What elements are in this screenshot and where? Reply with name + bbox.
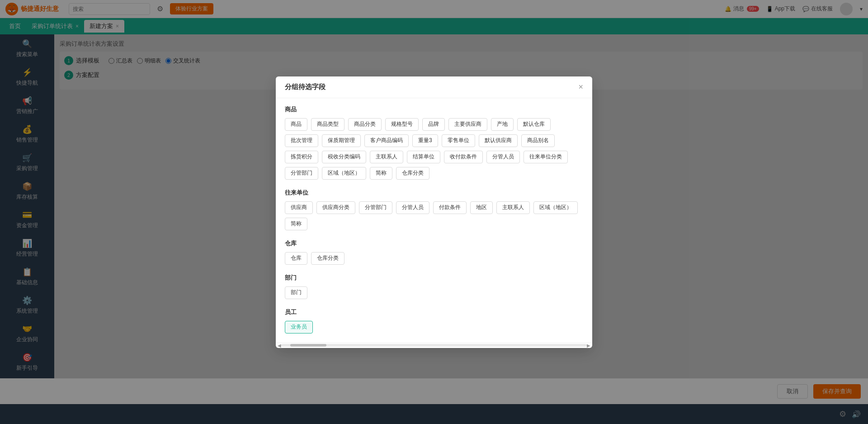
field-tag-goods-short-name[interactable]: 简称 xyxy=(370,167,392,180)
field-tag-partner-contact[interactable]: 主联系人 xyxy=(496,201,530,214)
field-tag-partner-short-name[interactable]: 简称 xyxy=(285,218,307,230)
modal-close-button[interactable]: × xyxy=(578,83,583,91)
field-tags-warehouse: 仓库仓库分类 xyxy=(285,252,583,265)
modal-body[interactable]: 商品商品商品类型商品分类规格型号品牌主要供应商产地默认仓库批次管理保质期管理客户… xyxy=(276,98,592,343)
field-tag-goods-settle-unit[interactable]: 结算单位 xyxy=(407,151,440,163)
field-tags-employee: 业务员 xyxy=(285,321,583,333)
scroll-thumb xyxy=(290,344,326,347)
field-selection-modal: 分组待选字段 × 商品商品商品类型商品分类规格型号品牌主要供应商产地默认仓库批次… xyxy=(276,76,592,348)
field-tag-emp-salesperson[interactable]: 业务员 xyxy=(285,321,313,333)
field-tag-goods-default-warehouse[interactable]: 默认仓库 xyxy=(517,118,551,131)
field-tag-goods-manager[interactable]: 分管人员 xyxy=(486,151,520,163)
field-tag-goods-unit-category[interactable]: 往来单位分类 xyxy=(524,151,568,163)
section-title-goods: 商品 xyxy=(285,105,583,114)
field-tag-warehouse-category[interactable]: 仓库分类 xyxy=(311,252,344,265)
section-partner: 往来单位供应商供应商分类分管部门分管人员付款条件地区主联系人区域（地区）简称 xyxy=(285,189,583,230)
field-tag-goods-spec[interactable]: 规格型号 xyxy=(385,118,419,131)
section-title-employee: 员工 xyxy=(285,308,583,316)
section-warehouse: 仓库仓库仓库分类 xyxy=(285,239,583,265)
field-tag-goods-weight[interactable]: 重量3 xyxy=(412,134,438,147)
scroll-left-arrow[interactable]: ◀ xyxy=(278,343,281,348)
modal-title: 分组待选字段 xyxy=(285,83,326,91)
field-tag-goods-type[interactable]: 商品类型 xyxy=(311,118,344,131)
field-tag-goods-pick-score[interactable]: 拣货积分 xyxy=(285,151,318,163)
field-tag-partner-payment[interactable]: 付款条件 xyxy=(433,201,467,214)
field-tag-goods-dept[interactable]: 分管部门 xyxy=(285,167,318,180)
field-tag-goods-name[interactable]: 商品 xyxy=(285,118,307,131)
field-tag-goods-retail-unit[interactable]: 零售单位 xyxy=(442,134,475,147)
scroll-right-arrow[interactable]: ▶ xyxy=(587,343,590,348)
modal-overlay: 分组待选字段 × 商品商品商品类型商品分类规格型号品牌主要供应商产地默认仓库批次… xyxy=(0,0,868,424)
field-tag-partner-supplier-category[interactable]: 供应商分类 xyxy=(316,201,355,214)
field-tag-partner-manager[interactable]: 分管人员 xyxy=(396,201,429,214)
field-tag-goods-contact[interactable]: 主联系人 xyxy=(370,151,403,163)
field-tag-goods-batch[interactable]: 批次管理 xyxy=(285,134,318,147)
horizontal-scrollbar[interactable]: ◀ ▶ xyxy=(276,343,592,348)
field-tag-goods-category[interactable]: 商品分类 xyxy=(348,118,382,131)
field-tag-dept-name[interactable]: 部门 xyxy=(285,286,307,299)
section-goods: 商品商品商品类型商品分类规格型号品牌主要供应商产地默认仓库批次管理保质期管理客户… xyxy=(285,105,583,180)
section-department: 部门部门 xyxy=(285,274,583,299)
field-tag-partner-area[interactable]: 区域（地区） xyxy=(533,201,578,214)
scroll-track xyxy=(281,344,587,347)
modal-header: 分组待选字段 × xyxy=(276,76,592,98)
field-tag-goods-customer-code[interactable]: 客户商品编码 xyxy=(364,134,409,147)
field-tag-goods-brand[interactable]: 品牌 xyxy=(422,118,445,131)
field-tag-partner-dept[interactable]: 分管部门 xyxy=(359,201,392,214)
field-tag-goods-warehouse-category[interactable]: 仓库分类 xyxy=(396,167,429,180)
field-tag-goods-tax-code[interactable]: 税收分类编码 xyxy=(322,151,366,163)
field-tag-warehouse-name[interactable]: 仓库 xyxy=(285,252,307,265)
field-tags-department: 部门 xyxy=(285,286,583,299)
field-tag-goods-region[interactable]: 区域（地区） xyxy=(322,167,366,180)
field-tag-goods-expiry[interactable]: 保质期管理 xyxy=(322,134,361,147)
field-tag-goods-origin[interactable]: 产地 xyxy=(491,118,514,131)
field-tag-partner-supplier[interactable]: 供应商 xyxy=(285,201,313,214)
section-title-warehouse: 仓库 xyxy=(285,239,583,248)
field-tags-goods: 商品商品类型商品分类规格型号品牌主要供应商产地默认仓库批次管理保质期管理客户商品… xyxy=(285,118,583,180)
section-title-partner: 往来单位 xyxy=(285,189,583,197)
field-tag-goods-default-supplier[interactable]: 默认供应商 xyxy=(479,134,518,147)
field-tag-goods-alias[interactable]: 商品别名 xyxy=(521,134,555,147)
field-tag-partner-region[interactable]: 地区 xyxy=(470,201,493,214)
field-tag-goods-supplier[interactable]: 主要供应商 xyxy=(448,118,487,131)
field-tag-goods-payment[interactable]: 收付款条件 xyxy=(444,151,483,163)
section-title-department: 部门 xyxy=(285,274,583,282)
field-tags-partner: 供应商供应商分类分管部门分管人员付款条件地区主联系人区域（地区）简称 xyxy=(285,201,583,230)
section-employee: 员工业务员 xyxy=(285,308,583,333)
